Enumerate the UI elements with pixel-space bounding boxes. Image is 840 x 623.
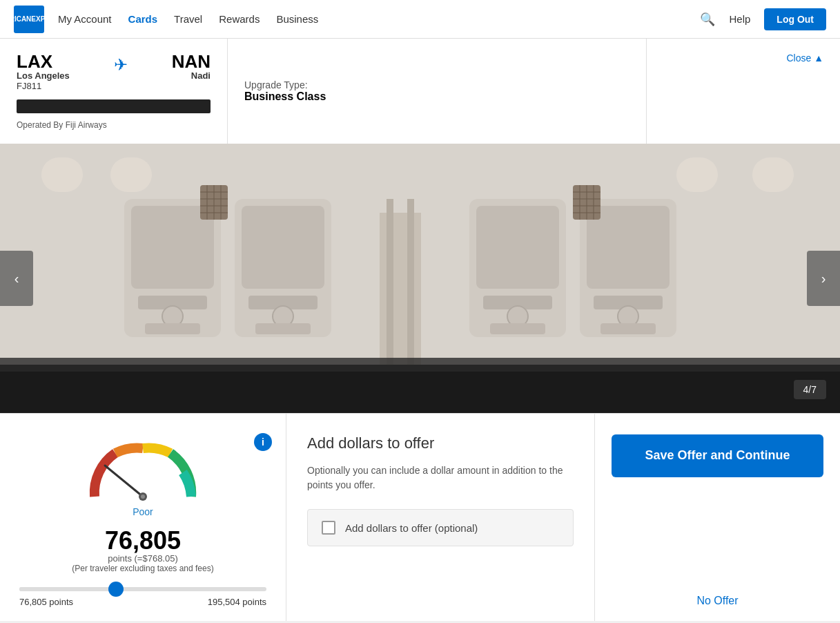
svg-rect-44 — [0, 365, 840, 413]
svg-rect-1 — [41, 157, 83, 192]
origin-city: Los Angeles — [17, 70, 70, 81]
add-dollars-panel: Add dollars to offer Optionally you can … — [286, 414, 595, 621]
flight-number-bar — [17, 99, 211, 113]
destination-info: NAN Nadi — [172, 52, 211, 81]
svg-rect-3 — [676, 157, 718, 192]
add-dollars-checkbox-label: Add dollars to offer (optional) — [345, 522, 478, 534]
flight-route: LAX Los Angeles FJ811 ✈ NAN Nadi — [17, 52, 211, 91]
save-panel: Save Offer and Continue No Offer — [595, 414, 840, 621]
amex-logo: AMERICAN EXPRESS — [14, 6, 44, 33]
close-panel: Close ▲ — [647, 39, 840, 144]
main-content: LAX Los Angeles FJ811 ✈ NAN Nadi Operate… — [0, 39, 840, 621]
carousel-image — [0, 144, 840, 413]
svg-rect-45 — [0, 358, 840, 372]
logout-button[interactable]: Log Out — [764, 8, 826, 30]
gauge-label: Poor — [133, 506, 153, 517]
nav-business[interactable]: Business — [276, 13, 318, 25]
nav-help[interactable]: Help — [729, 13, 750, 25]
svg-rect-2 — [110, 157, 152, 192]
svg-point-48 — [141, 495, 145, 499]
nav-cards[interactable]: Cards — [128, 13, 158, 25]
points-panel: i — [0, 414, 286, 621]
upgrade-type-panel: Upgrade Type: Business Class — [228, 39, 647, 144]
flight-info-section: LAX Los Angeles FJ811 ✈ NAN Nadi Operate… — [0, 39, 840, 144]
slider-max-label: 195,504 points — [208, 597, 266, 607]
carousel-container: ‹ › 4/7 — [0, 144, 840, 413]
bottom-section: i — [0, 413, 840, 621]
svg-line-46 — [105, 466, 143, 497]
cabin-illustration — [0, 144, 840, 413]
nav-my-account[interactable]: My Account — [58, 13, 112, 25]
destination-city: Nadi — [172, 70, 211, 81]
navbar: AMERICAN EXPRESS My Account Cards Travel… — [0, 0, 840, 39]
save-offer-button[interactable]: Save Offer and Continue — [612, 434, 823, 477]
destination-code: NAN — [172, 52, 211, 70]
operated-by: Operated By Fiji Airways — [17, 120, 211, 130]
slider-min-label: 76,805 points — [19, 597, 73, 607]
gauge-svg — [81, 434, 205, 504]
nav-links: My Account Cards Travel Rewards Business — [58, 13, 700, 25]
svg-rect-27 — [600, 323, 656, 334]
slider-track — [19, 587, 266, 591]
svg-rect-14 — [242, 206, 324, 289]
origin-flight: FJ811 — [17, 81, 70, 91]
slider-thumb[interactable] — [108, 582, 124, 597]
upgrade-label: Upgrade Type: — [244, 79, 629, 90]
origin-info: LAX Los Angeles FJ811 — [17, 52, 70, 91]
add-dollars-title: Add dollars to offer — [307, 434, 574, 452]
svg-rect-17 — [255, 323, 311, 334]
slider-labels: 76,805 points 195,504 points — [19, 597, 266, 607]
points-per-traveler: (Per traveler excluding taxes and fees) — [17, 564, 269, 573]
add-dollars-description: Optionally you can include a dollar amou… — [307, 463, 574, 492]
add-dollars-checkbox[interactable] — [322, 521, 335, 535]
points-equiv: points (=$768.05) — [17, 553, 269, 564]
points-slider-container[interactable]: 76,805 points 195,504 points — [17, 587, 269, 607]
search-icon[interactable]: 🔍 — [700, 12, 715, 27]
carousel-prev-button[interactable]: ‹ — [0, 251, 33, 306]
svg-rect-4 — [752, 157, 794, 192]
svg-rect-12 — [145, 323, 200, 334]
points-amount: 76,805 — [17, 528, 269, 553]
slider-fill — [19, 587, 116, 591]
no-offer-button[interactable]: No Offer — [696, 595, 738, 607]
svg-rect-19 — [476, 206, 559, 289]
nav-rewards[interactable]: Rewards — [219, 13, 260, 25]
gauge-container: Poor — [17, 434, 269, 517]
flight-details-panel: LAX Los Angeles FJ811 ✈ NAN Nadi Operate… — [0, 39, 228, 144]
info-icon[interactable]: i — [254, 433, 272, 451]
origin-code: LAX — [17, 52, 70, 70]
carousel-counter: 4/7 — [794, 380, 826, 399]
close-button[interactable]: Close ▲ — [786, 52, 823, 64]
carousel-next-button[interactable]: › — [807, 251, 840, 306]
flight-arrow-icon: ✈ — [114, 55, 128, 75]
nav-travel[interactable]: Travel — [174, 13, 202, 25]
svg-rect-22 — [490, 323, 545, 334]
upgrade-class: Business Class — [244, 90, 629, 103]
add-dollars-checkbox-option[interactable]: Add dollars to offer (optional) — [307, 509, 574, 546]
nav-right: 🔍 Help Log Out — [700, 8, 826, 30]
